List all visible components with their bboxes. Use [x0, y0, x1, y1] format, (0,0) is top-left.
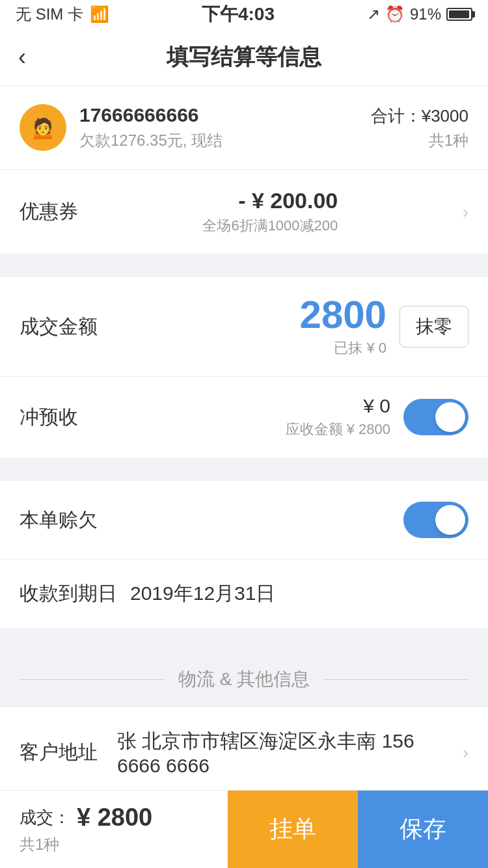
content: 🙍 17666666666 欠款1276.35元, 现结 合计：¥3000 共1… — [0, 86, 488, 868]
coupon-label: 优惠券 — [20, 198, 78, 225]
bottom-deal-amount: ¥ 2800 — [77, 804, 152, 832]
back-button[interactable]: ‹ — [18, 44, 26, 71]
debt-toggle[interactable] — [403, 502, 468, 538]
coupon-desc: 全场6折满1000减200 — [202, 216, 338, 236]
customer-card: 🙍 17666666666 欠款1276.35元, 现结 合计：¥3000 共1… — [0, 86, 488, 254]
total-count: 共1种 — [371, 130, 468, 151]
alarm-icon: ⏰ — [385, 5, 405, 23]
debt-card: 本单赊欠 收款到期日 2019年12月31日 — [0, 481, 488, 628]
status-bar: 无 SIM 卡 📶 下午4:03 ↗ ⏰ 91% — [0, 0, 488, 29]
coupon-right-wrap: - ¥ 200.00 全场6折满1000减200 — [202, 188, 338, 236]
bottom-deal: 成交： ¥ 2800 — [20, 804, 208, 832]
coupon-row[interactable]: 优惠券 - ¥ 200.00 全场6折满1000减200 › — [0, 169, 488, 254]
customer-left: 🙍 17666666666 欠款1276.35元, 现结 — [20, 104, 223, 151]
deal-amount-wrap: 2800 已抹 ¥ 0 — [300, 295, 386, 358]
debt-label: 本单赊欠 — [20, 507, 98, 534]
address-chevron-icon: › — [463, 742, 468, 763]
logistics-line-right — [323, 679, 468, 680]
customer-row: 🙍 17666666666 欠款1276.35元, 现结 合计：¥3000 共1… — [0, 86, 488, 169]
round-button[interactable]: 抹零 — [400, 306, 468, 347]
section-divider-1 — [0, 264, 488, 277]
section-divider-2 — [0, 468, 488, 481]
deal-label: 成交金额 — [20, 314, 98, 340]
customer-debt: 欠款1276.35元, 现结 — [79, 130, 223, 151]
deal-amount: 2800 — [300, 295, 386, 334]
status-left: 无 SIM 卡 📶 — [16, 4, 109, 25]
customer-right: 合计：¥3000 共1种 — [371, 105, 468, 151]
customer-phone: 17666666666 — [79, 104, 223, 126]
logistics-title: 物流 & 其他信息 — [178, 667, 310, 692]
bottom-summary: 成交： ¥ 2800 共1种 — [0, 804, 228, 855]
duedate-value: 2019年12月31日 — [130, 580, 275, 607]
deal-right: 2800 已抹 ¥ 0 抹零 — [300, 295, 468, 358]
save-button[interactable]: 保存 — [358, 791, 488, 869]
section-divider-3 — [0, 638, 488, 651]
address-card: 客户地址 张 北京市市辖区海淀区永丰南 156 6666 6666 › — [0, 707, 488, 798]
location-icon: ↗ — [367, 5, 380, 23]
avatar: 🙍 — [20, 104, 66, 151]
deal-sub: 已抹 ¥ 0 — [300, 338, 386, 358]
coupon-chevron-icon: › — [463, 202, 468, 223]
prepay-right: ¥ 0 应收金额 ¥ 2800 — [286, 395, 468, 439]
prepay-label: 冲预收 — [20, 404, 78, 431]
coupon-discount: - ¥ 200.00 — [202, 188, 338, 213]
debt-row: 本单赊欠 — [0, 481, 488, 559]
bottom-bar: 成交： ¥ 2800 共1种 挂单 保存 — [0, 790, 488, 868]
duedate-row: 收款到期日 2019年12月31日 — [0, 559, 488, 628]
address-value: 张 北京市市辖区海淀区永丰南 156 6666 6666 — [117, 728, 463, 777]
wifi-icon: 📶 — [90, 5, 109, 23]
toggle-knob — [435, 402, 465, 432]
bottom-count: 共1种 — [20, 834, 208, 855]
pending-button[interactable]: 挂单 — [228, 791, 358, 869]
status-right: ↗ ⏰ 91% — [367, 5, 472, 23]
battery-percent: 91% — [410, 5, 441, 23]
bottom-deal-label: 成交： — [20, 806, 70, 829]
deal-card: 成交金额 2800 已抹 ¥ 0 抹零 冲预收 ¥ 0 应收金额 ¥ 2800 — [0, 277, 488, 457]
page-title: 填写结算等信息 — [167, 42, 321, 72]
debt-toggle-knob — [435, 505, 465, 535]
battery-icon — [446, 8, 472, 21]
prepay-amount: ¥ 0 — [286, 395, 390, 417]
prepay-row: 冲预收 ¥ 0 应收金额 ¥ 2800 — [0, 376, 488, 457]
address-row[interactable]: 客户地址 张 北京市市辖区海淀区永丰南 156 6666 6666 › — [0, 707, 488, 798]
address-label: 客户地址 — [20, 739, 98, 766]
deal-row: 成交金额 2800 已抹 ¥ 0 抹零 — [0, 277, 488, 376]
logistics-header: 物流 & 其他信息 — [0, 651, 488, 707]
avatar-icon: 🙍 — [30, 115, 56, 140]
nav-bar: ‹ 填写结算等信息 — [0, 29, 488, 86]
logistics-line-left — [20, 679, 165, 680]
no-sim-text: 无 SIM 卡 — [16, 4, 83, 25]
total-label: 合计：¥3000 — [371, 105, 468, 128]
prepay-toggle[interactable] — [403, 399, 468, 435]
prepay-sub: 应收金额 ¥ 2800 — [286, 420, 390, 439]
duedate-label: 收款到期日 — [20, 580, 117, 607]
customer-info: 17666666666 欠款1276.35元, 现结 — [79, 104, 223, 151]
status-time: 下午4:03 — [202, 2, 275, 27]
prepay-amount-wrap: ¥ 0 应收金额 ¥ 2800 — [286, 395, 390, 439]
